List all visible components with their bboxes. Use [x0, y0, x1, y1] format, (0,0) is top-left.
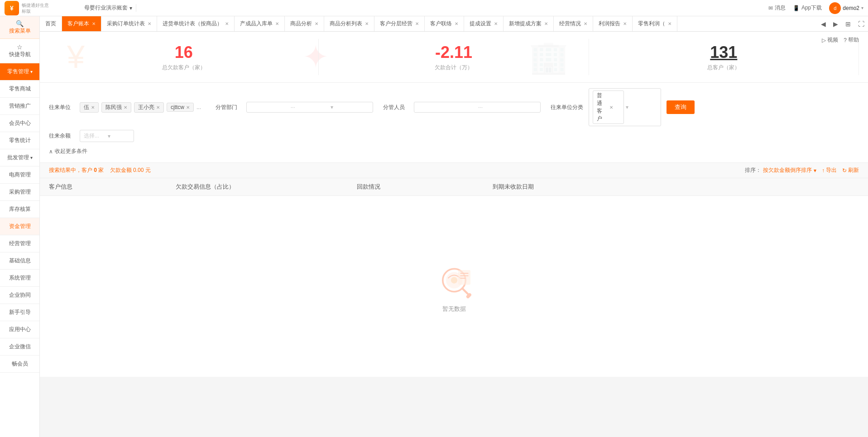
tab-inventory-stat[interactable]: 进货单统计表（按商品） ✕ — [157, 16, 235, 32]
user-menu[interactable]: d demo2 ▾ — [829, 2, 863, 14]
tab-home[interactable]: 首页 — [40, 16, 62, 32]
filter-tag-unit-3[interactable]: 王小亮 ✕ — [134, 102, 164, 113]
tab-close-icon[interactable]: ✕ — [225, 21, 229, 26]
export-button[interactable]: ↑ 导出 — [822, 166, 837, 174]
refresh-button[interactable]: ↻ 刷新 — [842, 166, 859, 174]
tab-close-icon[interactable]: ✕ — [494, 21, 498, 26]
filter-person-select[interactable]: ··· — [414, 102, 541, 113]
filter-more-btn[interactable]: ... — [197, 104, 201, 110]
sidebar-search-menu[interactable]: 🔍 搜索菜单 — [0, 16, 39, 39]
sidebar-quick-nav[interactable]: ☆ 快捷导航 — [0, 39, 39, 63]
sidebar-item-zero-sale[interactable]: 零售管理 ▾ — [0, 63, 39, 81]
sidebar-item-member[interactable]: 会员中心 — [0, 115, 39, 132]
close-icon[interactable]: ✕ — [156, 105, 160, 110]
tab-close-icon[interactable]: ✕ — [584, 21, 587, 26]
sidebar-item-enterprise[interactable]: 企业协同 — [0, 287, 39, 304]
stat-total-debtors: 16 总欠款客户（家） — [49, 39, 319, 75]
stat-customers-value[interactable]: 131 — [598, 43, 849, 62]
sidebar-item-inventory[interactable]: 库存核算 — [0, 201, 39, 218]
tab-menu-btn[interactable]: ⊞ — [842, 20, 854, 28]
filter-amount-select[interactable]: 选择... ▾ — [80, 130, 134, 142]
tab-close-icon[interactable]: ✕ — [92, 21, 96, 26]
message-icon: ✉ — [768, 5, 773, 11]
tab-purchase-order[interactable]: 采购订单统计表 ✕ — [101, 16, 157, 32]
tab-close-icon[interactable]: ✕ — [148, 21, 151, 26]
tab-close-icon[interactable]: ✕ — [275, 21, 279, 26]
page-content: ¥ ✦ 🏢 16 总欠款客户（家） -2.11 欠款合计（万） 131 总客户（… — [40, 32, 868, 437]
sidebar-item-marketing[interactable]: 营销推广 — [0, 98, 39, 115]
account-selector[interactable]: 母婴行业演示账套 ▾ — [81, 4, 136, 12]
tab-next-btn[interactable]: ▶ — [830, 20, 842, 28]
sidebar-item-batch[interactable]: 批发管理 ▾ — [0, 149, 39, 166]
tab-prev-btn[interactable]: ◀ — [817, 20, 830, 28]
filter-dept-select[interactable]: ··· ▾ — [246, 102, 373, 113]
video-btn[interactable]: ▷ 视频 — [822, 36, 838, 44]
search-icon: 🔍 — [3, 20, 37, 27]
close-icon[interactable]: ✕ — [124, 105, 127, 110]
tab-customer-account[interactable]: 客户账本 ✕ — [62, 16, 101, 32]
tab-fullscreen-btn[interactable]: ⛶ — [854, 20, 868, 28]
collapse-button[interactable]: ∧ 收起更多条件 — [49, 147, 859, 155]
sidebar-item-zero-mall[interactable]: 零售商城 — [0, 81, 39, 98]
sidebar-item-member2[interactable]: 畅会员 — [0, 356, 39, 373]
query-button[interactable]: 查询 — [667, 100, 695, 114]
chevron-down-icon: ▾ — [626, 104, 657, 110]
avatar: d — [829, 2, 841, 14]
sidebar-item-system[interactable]: 系统管理 — [0, 270, 39, 287]
tab-customer-contact[interactable]: 客户联络 ✕ — [425, 16, 464, 32]
tab-close-icon[interactable]: ✕ — [623, 21, 627, 26]
chevron-down-icon[interactable]: ▾ — [814, 167, 816, 174]
tab-close-icon[interactable]: ✕ — [315, 21, 318, 26]
stat-customers-label: 总客户（家） — [598, 64, 849, 71]
sidebar-item-newbie[interactable]: 新手引导 — [0, 304, 39, 321]
star-icon: ☆ — [3, 43, 37, 51]
sidebar-item-purchase[interactable]: 采购管理 — [0, 184, 39, 201]
sidebar: 🔍 搜索菜单 ☆ 快捷导航 零售管理 ▾ 零售商城 营销推广 会员中心 零售统计… — [0, 16, 40, 437]
tab-operation-status[interactable]: 经营情况 ✕ — [554, 16, 593, 32]
sidebar-item-wechat[interactable]: 企业微信 — [0, 338, 39, 356]
header-right: ✉ 消息 📱 App下载 d demo2 ▾ — [768, 2, 863, 14]
sort-button[interactable]: 按欠款金额倒序排序 — [763, 166, 812, 174]
close-icon[interactable]: ✕ — [609, 105, 620, 110]
stat-debt-label: 欠款合计（万） — [328, 64, 579, 71]
filter-dept-label: 分管部门 — [216, 104, 241, 111]
tab-promotion-setting[interactable]: 提成设置 ✕ — [464, 16, 504, 32]
stat-total-debt: -2.11 欠款合计（万） — [319, 39, 589, 75]
filter-unit-label: 往来单位 — [49, 104, 74, 111]
sidebar-item-finance[interactable]: 资金管理 — [0, 218, 39, 235]
message-btn[interactable]: ✉ 消息 — [768, 4, 786, 12]
tab-goods-analysis-list[interactable]: 商品分析列表 ✕ — [324, 16, 374, 32]
filter-tag-unit-4[interactable]: cjttcw ✕ — [167, 103, 194, 112]
col-header-customer: 客户信息 — [49, 183, 176, 191]
tab-cost-in[interactable]: 产成品入库单 ✕ — [235, 16, 285, 32]
tab-retail-profit[interactable]: 零售利润（ ✕ — [633, 16, 677, 32]
filter-row-1: 往来单位 伍 ✕ 陈民强 ✕ 王小亮 ✕ — [49, 88, 859, 126]
chevron-down-icon: ▾ — [129, 5, 132, 11]
tab-customer-segment[interactable]: 客户分层经营 ✕ — [374, 16, 425, 32]
sidebar-item-basic[interactable]: 基础信息 — [0, 252, 39, 270]
tab-close-icon[interactable]: ✕ — [544, 21, 548, 26]
tab-goods-analysis[interactable]: 商品分析 ✕ — [285, 16, 324, 32]
close-icon[interactable]: ✕ — [186, 105, 190, 110]
sidebar-item-ecommerce[interactable]: 电商管理 — [0, 166, 39, 184]
logo-text: 畅捷通好生意 标版 — [22, 2, 49, 14]
filter-tag-unit-1[interactable]: 伍 ✕ — [80, 102, 99, 113]
tab-add-solution[interactable]: 新增提成方案 ✕ — [504, 16, 554, 32]
tab-close-icon[interactable]: ✕ — [668, 21, 671, 26]
tab-close-icon[interactable]: ✕ — [365, 21, 369, 26]
tab-profit-report[interactable]: 利润报告 ✕ — [593, 16, 633, 32]
sidebar-item-apps[interactable]: 应用中心 — [0, 321, 39, 338]
sidebar-item-operation[interactable]: 经营管理 — [0, 235, 39, 252]
filter-category-select[interactable]: 普通客户 ✕ ▾ — [589, 88, 661, 126]
close-icon[interactable]: ✕ — [91, 105, 95, 110]
tab-bar: 首页 客户账本 ✕ 采购订单统计表 ✕ 进货单统计表（按商品） ✕ 产成品入库单… — [40, 16, 868, 32]
filter-tag-unit-2[interactable]: 陈民强 ✕ — [101, 102, 131, 113]
stat-debt-value: -2.11 — [328, 43, 579, 62]
tab-close-icon[interactable]: ✕ — [455, 21, 458, 26]
app-download-btn[interactable]: 📱 App下载 — [793, 4, 822, 12]
chevron-down-icon: ▾ — [30, 155, 33, 160]
help-btn[interactable]: ? 帮助 — [844, 36, 859, 44]
filter-tag-category-1[interactable]: 普通客户 ✕ — [593, 90, 624, 124]
sidebar-item-zero-stat[interactable]: 零售统计 — [0, 132, 39, 149]
tab-close-icon[interactable]: ✕ — [415, 21, 419, 26]
